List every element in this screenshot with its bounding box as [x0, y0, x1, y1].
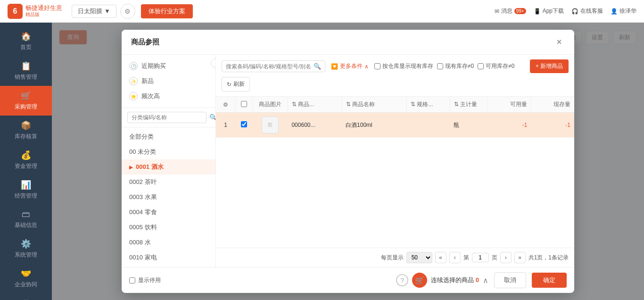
sidebar-item-business[interactable]: 📊 经营管理 — [0, 175, 52, 205]
category-item-1[interactable]: ▶ 0001 酒水 — [122, 159, 215, 175]
table-header-row: ⚙ 商品图片 — [216, 97, 574, 113]
frequent-icon: ⭐ — [129, 92, 138, 100]
top-nav: 6 畅捷通好生意 精品版 日太阳膜 ▼ ⚙ 体验行业方案 ✉ 消息 99+ 📱 … — [0, 0, 644, 23]
guide-icon: 📖 — [21, 298, 31, 300]
category-item-5[interactable]: 0005 饮料 — [122, 220, 215, 235]
checkbox-avail-ne0-input[interactable] — [478, 63, 484, 69]
sidebar-item-inventory[interactable]: 📦 库存核算 — [0, 116, 52, 145]
page-label2: 页 — [492, 254, 497, 262]
sort-icon-unit[interactable]: ⇅ — [454, 101, 459, 108]
col-stock-header: 现存量 — [531, 97, 574, 113]
checkbox-stock-ne0[interactable]: 现有库存≠0 — [437, 62, 474, 70]
show-disabled-label[interactable]: 显示停用 — [129, 276, 161, 284]
sort-icon[interactable]: ⇅ — [292, 101, 297, 108]
cancel-button[interactable]: 取消 — [494, 272, 526, 288]
sidebar-item-guide[interactable]: 📖 新手引导 — [0, 293, 52, 300]
footer-middle: ? 🛒 连续选择的商品 0 ∧ — [396, 273, 488, 288]
product-search-icon[interactable]: 🔍 — [314, 63, 321, 70]
row-img: 图 — [253, 113, 288, 138]
prev-page-button[interactable]: ‹ — [449, 252, 461, 263]
quick-item-frequent[interactable]: ⭐ 频次高 — [122, 89, 215, 104]
recent-icon: 🕐 — [129, 62, 138, 70]
user-icon: 👤 — [611, 8, 618, 15]
sidebar-item-system[interactable]: ⚙️ 系统管理 — [0, 234, 52, 264]
help-icon[interactable]: ? — [396, 274, 408, 286]
message-nav-item[interactable]: ✉ 消息 99+ — [495, 7, 526, 15]
last-page-button[interactable]: » — [514, 252, 526, 263]
arrow-icon: ▶ — [129, 165, 133, 170]
trial-button[interactable]: 体验行业方案 — [141, 4, 193, 18]
customer-service-nav-item[interactable]: 🎧 在线客服 — [571, 7, 603, 15]
add-product-button[interactable]: + 新增商品 — [530, 59, 569, 73]
sidebar-item-basicinfo[interactable]: 🗃 基础信息 — [0, 205, 52, 234]
show-disabled-checkbox[interactable] — [129, 277, 135, 283]
sort-icon-spec[interactable]: ⇅ — [411, 101, 415, 108]
nav-dropdown[interactable]: 日太阳膜 ▼ — [72, 5, 116, 18]
select-all-checkbox[interactable] — [241, 101, 247, 107]
cart-icon: 🛒 — [412, 273, 427, 288]
row-checkbox-cell[interactable] — [235, 113, 253, 138]
user-nav-item[interactable]: 👤 徐泽华 — [611, 7, 636, 15]
total-label: 共1页，1条记录 — [528, 254, 569, 262]
collapse-cart-button[interactable]: ∧ — [483, 276, 488, 285]
confirm-button[interactable]: 确定 — [532, 273, 567, 288]
checkbox-stock-ne0-input[interactable] — [437, 63, 443, 69]
chevron-down-icon: ▼ — [104, 8, 110, 15]
row-checkbox[interactable] — [241, 121, 247, 127]
category-item-2[interactable]: 0002 茶叶 — [122, 175, 215, 190]
app-download-nav-item[interactable]: 📱 App下载 — [534, 7, 564, 15]
gear-button[interactable]: ⚙ — [120, 4, 135, 19]
category-search-area: 🔍 — [122, 108, 215, 127]
col-name-header: ⇅ 商品名称 — [342, 97, 407, 113]
category-item-6[interactable]: 0008 水 — [122, 235, 215, 250]
category-item-7[interactable]: 0010 家电 — [122, 250, 215, 265]
first-page-button[interactable]: « — [435, 252, 446, 263]
sort-icon-name[interactable]: ⇅ — [346, 101, 351, 108]
selected-count-label: 连续选择的商品 0 — [431, 276, 479, 284]
page-label: 第 — [463, 254, 469, 262]
checkbox-avail-ne0[interactable]: 可用库存≠0 — [478, 62, 514, 70]
category-item-0[interactable]: 00 未分类 — [122, 144, 215, 159]
next-page-button[interactable]: › — [500, 252, 512, 263]
category-item-3[interactable]: 0003 水果 — [122, 190, 215, 205]
filter-button[interactable]: 🔽 更多条件 ∧ — [329, 60, 371, 72]
dialog-overlay: 商品参照 × 《 🕐 近期购买 — [52, 23, 644, 300]
page-size-select[interactable]: 10 20 50 100 — [406, 252, 432, 263]
checkbox-warehouse-input[interactable] — [374, 63, 380, 69]
settings-icon[interactable]: ⚙ — [223, 101, 228, 108]
logo-sub: 精品版 — [25, 11, 62, 18]
category-item-4[interactable]: 0004 零食 — [122, 205, 215, 220]
service-icon: 🎧 — [571, 8, 578, 15]
row-code: 000600... — [288, 113, 342, 138]
product-table: ⚙ 商品图片 — [216, 97, 574, 138]
sidebar-item-sales[interactable]: 📋 销售管理 — [0, 56, 52, 86]
sidebar-item-finance[interactable]: 💰 资金管理 — [0, 145, 52, 175]
page-number-input[interactable] — [472, 253, 489, 262]
sidebar-item-enterprise[interactable]: 🤝 企业协同 — [0, 264, 52, 293]
basicinfo-icon: 🗃 — [22, 209, 30, 219]
product-search-input[interactable] — [226, 63, 312, 70]
category-list: 全部分类 00 未分类 ▶ 0001 酒水 0002 茶叶 — [122, 127, 215, 267]
col-spec-header: ⇅ 规格... — [407, 97, 450, 113]
col-num-header: ⚙ — [216, 97, 235, 113]
table-row[interactable]: 1 图 000600... 白酒100ml 瓶 -1 -1 — [216, 113, 574, 138]
logo-text: 畅捷通好生意 — [25, 4, 62, 12]
category-item-all[interactable]: 全部分类 — [122, 129, 215, 144]
product-reference-dialog: 商品参照 × 《 🕐 近期购买 — [122, 30, 574, 293]
dialog-body: 《 🕐 近期购买 ✨ 新品 ⭐ — [122, 55, 574, 267]
sidebar-item-purchase[interactable]: 🛒 采购管理 — [0, 86, 52, 116]
row-spec — [407, 113, 450, 138]
category-search-input[interactable] — [127, 112, 206, 123]
content-area: 查询 查询 设置 刷新 商品参照 × — [52, 23, 644, 300]
sidebar-item-home[interactable]: 🏠 首页 — [0, 26, 52, 56]
refresh-button[interactable]: ↻ 刷新 — [222, 77, 250, 92]
quick-item-new[interactable]: ✨ 新品 — [122, 74, 215, 89]
product-image: 图 — [262, 117, 279, 133]
dialog-close-button[interactable]: × — [553, 36, 565, 48]
message-icon: ✉ — [495, 8, 499, 15]
checkbox-warehouse[interactable]: 按仓库显示现有库存 — [374, 62, 433, 70]
toolbar: 🔍 🔽 更多条件 ∧ 按仓库显示现有库存 — [216, 55, 574, 97]
category-search-icon[interactable]: 🔍 — [209, 114, 216, 121]
dialog-footer: 显示停用 ? 🛒 连续选择的商品 0 ∧ 取消 确定 — [122, 267, 574, 293]
quick-item-recent[interactable]: 🕐 近期购买 — [122, 58, 215, 74]
